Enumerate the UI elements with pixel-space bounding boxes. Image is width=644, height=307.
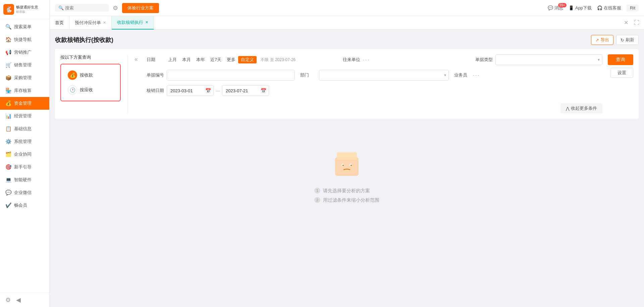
filter-panel: 按以下方案查询 💰 按收款 🕐 按应收 « bbox=[55, 49, 639, 119]
sidebar-item-search-menu[interactable]: 🔍 搜索菜单 bbox=[0, 20, 49, 33]
sidebar-item-sales[interactable]: 🛒 销售管理 bbox=[0, 59, 49, 71]
sidebar-item-biz[interactable]: 📊 经营管理 bbox=[0, 110, 49, 122]
filter-option-collection[interactable]: 💰 按收款 bbox=[64, 68, 117, 83]
receivable-option-icon: 🕐 bbox=[68, 85, 77, 95]
tabbar: 首页 预付冲应付单 ✕ 收款核销执行 ✕ ✕ ⛶ bbox=[50, 16, 644, 30]
counterpart-label: 往来单位 bbox=[343, 57, 360, 63]
sidebar-item-quick-nav[interactable]: 🏠 快捷导航 bbox=[0, 33, 49, 46]
sidebar-item-label: 系统管理 bbox=[14, 139, 32, 145]
user-info[interactable]: Rit bbox=[627, 4, 639, 11]
verify-date-range: 📅 — 📅 bbox=[167, 85, 602, 96]
main-area: 🔍 ⚙ 体验行业方案 💬 消息 99+ 📱 App下载 🎧 在线客服 Rit bbox=[50, 0, 644, 307]
empty-state: 1 请先选择要分析的方案 2 用过滤条件来缩小分析范围 bbox=[55, 119, 639, 232]
inventory-icon: 🏪 bbox=[5, 88, 11, 94]
docno-input[interactable] bbox=[167, 70, 295, 81]
collapse-filter-button[interactable]: « bbox=[135, 54, 141, 113]
svg-rect-1 bbox=[337, 152, 357, 160]
sidebar-settings-icon[interactable]: ⚙ bbox=[5, 296, 11, 304]
date-shortcuts: 上月 本月 本年 近7天 更多 自定义 bbox=[165, 56, 257, 63]
app-icon: 📱 bbox=[569, 5, 574, 10]
sidebar-item-marketing[interactable]: 📢 营销推广 bbox=[0, 46, 49, 59]
date-label: 日期 bbox=[147, 57, 163, 63]
sidebar-item-label: 营销推广 bbox=[14, 49, 32, 55]
sidebar-item-label: 采购管理 bbox=[14, 75, 32, 81]
page-header: 收款核销执行(按收款) ↗ 导出 ↻ 刷新 bbox=[55, 35, 639, 45]
date-range-separator: — bbox=[216, 88, 220, 93]
sidebar-item-enterprise[interactable]: 🗂️ 企业协同 bbox=[0, 148, 49, 161]
topbar-search-box[interactable]: 🔍 bbox=[55, 4, 109, 12]
sidebar-item-member[interactable]: ✔️ 畅会员 bbox=[0, 199, 49, 212]
filter-field-dept: 部门 ▾ bbox=[300, 70, 448, 81]
tab-expand-icon[interactable]: ⛶ bbox=[632, 18, 641, 28]
page-content: 收款核销执行(按收款) ↗ 导出 ↻ 刷新 按以下方案查询 💰 bbox=[50, 30, 644, 307]
filter-row-2: 单据编号 部门 ▾ bbox=[147, 70, 602, 81]
hint2-num: 2 bbox=[314, 197, 320, 203]
filter-field-date: 日期 上月 本月 本年 近7天 更多 自定义 不限 至 2023-07-26 bbox=[147, 56, 337, 63]
gear-icon[interactable]: ⚙ bbox=[113, 4, 118, 12]
verify-date-start-calendar-icon[interactable]: 📅 bbox=[205, 88, 211, 93]
filter-field-docno: 单据编号 bbox=[147, 70, 295, 81]
sidebar-item-basic[interactable]: 📋 基础信息 bbox=[0, 122, 49, 135]
prepay-tab-close-icon[interactable]: ✕ bbox=[103, 20, 106, 25]
collection-tab-close-icon[interactable]: ✕ bbox=[145, 20, 148, 24]
app-download-button[interactable]: 📱 App下载 bbox=[569, 5, 592, 11]
filter-option-receivable[interactable]: 🕐 按应收 bbox=[64, 83, 117, 97]
sidebar-collapse-icon[interactable]: ◀ bbox=[16, 296, 21, 304]
app-label: App下载 bbox=[575, 5, 592, 11]
sidebar-item-guide[interactable]: 🎯 新手引导 bbox=[0, 161, 49, 173]
sidebar-item-system[interactable]: ⚙️ 系统管理 bbox=[0, 135, 49, 148]
empty-hint-2: 2 用过滤条件来缩小分析范围 bbox=[314, 195, 379, 205]
sidebar-item-label: 销售管理 bbox=[14, 62, 32, 68]
shortcut-custom[interactable]: 自定义 bbox=[238, 56, 257, 63]
tab-collection[interactable]: 收款核销执行 ✕ bbox=[112, 16, 154, 30]
shortcut-7days[interactable]: 近7天 bbox=[208, 56, 224, 63]
solution-button[interactable]: 体验行业方案 bbox=[122, 3, 159, 13]
prepay-tab-label: 预付冲应付单 bbox=[75, 20, 101, 26]
doctype-select-wrapper: ▾ bbox=[495, 54, 602, 65]
empty-hint-1: 1 请先选择要分析的方案 bbox=[314, 186, 379, 195]
shortcut-this-month[interactable]: 本月 bbox=[179, 56, 194, 63]
docno-label: 单据编号 bbox=[147, 72, 164, 78]
message-button[interactable]: 💬 消息 99+ bbox=[548, 5, 563, 11]
filter-left-panel: 按以下方案查询 💰 按收款 🕐 按应收 bbox=[60, 54, 121, 113]
svg-point-4 bbox=[342, 165, 344, 166]
filter-row-1: 日期 上月 本月 本年 近7天 更多 自定义 不限 至 2023-07-26 bbox=[147, 54, 602, 65]
shortcut-this-year[interactable]: 本年 bbox=[194, 56, 208, 63]
sidebar-item-wechat[interactable]: 💬 企业微信 bbox=[0, 186, 49, 199]
filter-form-and-actions: 日期 上月 本月 本年 近7天 更多 自定义 不限 至 2023-07-26 bbox=[147, 54, 633, 113]
search-input[interactable] bbox=[65, 5, 102, 10]
tab-home[interactable]: 首页 bbox=[50, 16, 69, 30]
receivable-option-label: 按应收 bbox=[80, 87, 93, 93]
verify-date-start-wrap: 📅 bbox=[167, 85, 214, 96]
sidebar-item-fund[interactable]: 💰 资金管理 bbox=[0, 97, 49, 110]
shortcut-more[interactable]: 更多 bbox=[224, 56, 238, 63]
salesperson-dots: ··· bbox=[473, 72, 480, 79]
tab-close-icon[interactable]: ✕ bbox=[621, 18, 631, 28]
search-icon: 🔍 bbox=[58, 5, 64, 10]
message-badge: 99+ bbox=[558, 3, 567, 7]
online-service-button[interactable]: 🎧 在线客服 bbox=[597, 5, 621, 11]
verify-date-end-calendar-icon[interactable]: 📅 bbox=[261, 88, 266, 93]
refresh-button[interactable]: ↻ 刷新 bbox=[616, 35, 639, 45]
home-tab-label: 首页 bbox=[55, 20, 64, 26]
hint1-num: 1 bbox=[314, 188, 320, 194]
sidebar-item-purchase[interactable]: 📦 采购管理 bbox=[0, 71, 49, 84]
sidebar-item-hardware[interactable]: 💻 智能硬件 bbox=[0, 173, 49, 186]
export-button[interactable]: ↗ 导出 bbox=[591, 35, 613, 45]
dept-select-wrapper: ▾ bbox=[319, 70, 448, 81]
dept-select[interactable] bbox=[319, 70, 448, 81]
guide-icon: 🎯 bbox=[5, 164, 11, 170]
settings-button[interactable]: 设置 bbox=[610, 68, 633, 78]
tab-prepay[interactable]: 预付冲应付单 ✕ bbox=[69, 16, 112, 30]
collapse-more-chevron-icon: ⋀ bbox=[566, 106, 570, 111]
salesperson-label: 业务员 bbox=[454, 72, 470, 78]
collapse-more-button[interactable]: ⋀ 收起更多条件 bbox=[560, 103, 602, 113]
shortcut-last-month[interactable]: 上月 bbox=[165, 56, 179, 63]
doctype-select[interactable] bbox=[495, 54, 602, 65]
query-button[interactable]: 查询 bbox=[608, 54, 633, 65]
home-icon: 🏠 bbox=[5, 37, 11, 43]
sidebar-item-inventory[interactable]: 🏪 库存核算 bbox=[0, 84, 49, 97]
biz-icon: 📊 bbox=[5, 113, 11, 119]
sidebar-item-label: 快捷导航 bbox=[14, 37, 32, 43]
fund-icon: 💰 bbox=[5, 100, 11, 106]
